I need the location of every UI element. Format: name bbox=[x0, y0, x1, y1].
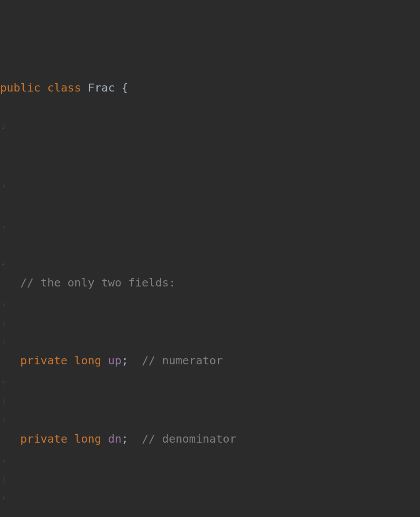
keyword-long: long bbox=[74, 432, 108, 445]
comment: // numerator bbox=[142, 354, 223, 367]
code-line[interactable]: private long up; // numerator bbox=[0, 351, 420, 370]
keyword-class: class bbox=[47, 81, 88, 94]
class-name: Frac bbox=[88, 81, 115, 94]
code-line[interactable]: private long dn; // denominator bbox=[0, 429, 420, 448]
keyword-long: long bbox=[74, 354, 108, 367]
keyword-public: public bbox=[0, 81, 47, 94]
semicolon: ; bbox=[121, 432, 142, 445]
field-name: up bbox=[108, 354, 122, 367]
semicolon: ; bbox=[121, 354, 142, 367]
comment: // the only two fields: bbox=[20, 276, 175, 289]
code-line[interactable]: // the only two fields: bbox=[0, 273, 420, 292]
code-line[interactable]: public class Frac { bbox=[0, 78, 420, 97]
brace-open: { bbox=[115, 81, 128, 94]
keyword-private: private bbox=[20, 432, 74, 445]
code-line[interactable] bbox=[0, 176, 420, 195]
keyword-private: private bbox=[20, 354, 74, 367]
code-editor[interactable]: ┘ ┘ ┐ ┘ ┐ │ ┘ ┐ │ ┘ ┐ │ ┘ public class F… bbox=[0, 0, 420, 517]
field-name: dn bbox=[108, 432, 122, 445]
comment: // denominator bbox=[142, 432, 236, 445]
code-area[interactable]: public class Frac { // the only two fiel… bbox=[0, 0, 420, 517]
